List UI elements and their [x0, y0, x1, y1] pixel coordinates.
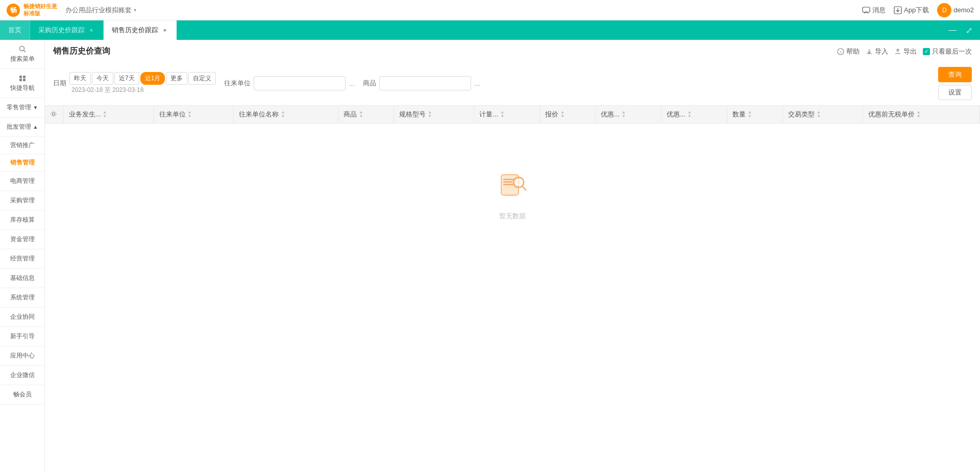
page-actions: ? 帮助 导入 导出 ✓ 只看最后一次 [837, 47, 972, 56]
th-gear[interactable] [45, 106, 63, 124]
header-left: 畅 畅捷销好生意 标准版 办公用品行业模拟账套 ▾ [6, 3, 140, 17]
date-filter-label: 日期 [53, 79, 66, 88]
goods-input[interactable] [379, 76, 471, 90]
date-btn-yesterday[interactable]: 昨天 [69, 72, 91, 85]
date-range-display: 2023-02-18 至 2023-03-18 [71, 86, 216, 95]
empty-state: 暂无数据 [45, 124, 980, 262]
th-goods[interactable]: 商品 ▲▼ [338, 106, 394, 124]
sort-arrows-partner: ▲▼ [188, 110, 192, 119]
search-icon [18, 45, 27, 53]
sidebar-basic-label: 基础信息 [10, 274, 35, 282]
th-discount1[interactable]: 优惠... ▲▼ [596, 106, 662, 124]
user-profile[interactable]: D demo2 [937, 3, 974, 17]
sidebar-item-system[interactable]: 系统管理 [0, 288, 44, 308]
partner-dots[interactable]: ... [349, 79, 355, 87]
sidebar-item-retail[interactable]: 零售管理 ▼ [0, 98, 44, 117]
sidebar-item-finance[interactable]: 资金管理 [0, 230, 44, 249]
svg-rect-9 [23, 79, 26, 81]
sidebar-item-marketing[interactable]: 营销推广 [0, 137, 44, 154]
sidebar-item-collab[interactable]: 企业协同 [0, 308, 44, 327]
export-button[interactable]: 导出 [894, 47, 917, 56]
sidebar-item-basic-info[interactable]: 基础信息 [0, 269, 44, 288]
tab-home[interactable]: 首页 [0, 20, 30, 40]
import-button[interactable]: 导入 [866, 47, 888, 56]
date-btn-1month[interactable]: 近1月 [140, 72, 165, 85]
date-btn-more[interactable]: 更多 [166, 72, 187, 85]
sort-arrows-goods: ▲▼ [359, 110, 363, 119]
th-quantity-label: 数量 [732, 110, 746, 119]
th-quote[interactable]: 报价 ▲▼ [540, 106, 596, 124]
sidebar-item-search-menu[interactable]: 搜索菜单 [0, 40, 44, 69]
th-partner[interactable]: 往来单位 ▲▼ [154, 106, 234, 124]
table-area: 业务发生... ▲▼ 往来单位 ▲▼ 往来单位名 [45, 106, 980, 472]
date-btn-today[interactable]: 今天 [92, 72, 113, 85]
tab-purchase-close[interactable]: × [88, 27, 95, 34]
sidebar-item-wechat[interactable]: 企业微信 [0, 366, 44, 385]
tab-purchase[interactable]: 采购历史价跟踪 × [30, 20, 104, 40]
th-discount1-label: 优惠... [601, 110, 620, 119]
sidebar-item-operation[interactable]: 经营管理 [0, 249, 44, 269]
th-partner-name[interactable]: 往来单位名称 ▲▼ [234, 106, 338, 124]
export-icon [894, 48, 901, 55]
help-button[interactable]: ? 帮助 [837, 47, 860, 56]
sidebar-item-newbie[interactable]: 新手引导 [0, 327, 44, 346]
th-spec[interactable]: 规格型号 ▲▼ [394, 106, 474, 124]
th-discount2[interactable]: 优惠... ▲▼ [662, 106, 727, 124]
app-selector[interactable]: 办公用品行业模拟账套 ▾ [61, 4, 140, 17]
tab-actions: — ⤢ [945, 23, 980, 37]
tab-sales[interactable]: 销售历史价跟踪 × [104, 20, 177, 40]
download-icon [894, 6, 902, 14]
tab-sales-close[interactable]: × [161, 27, 168, 34]
th-quantity[interactable]: 数量 ▲▼ [727, 106, 783, 124]
page-title: 销售历史价查询 [53, 46, 110, 57]
th-biz-date[interactable]: 业务发生... ▲▼ [63, 106, 154, 124]
th-trade-type[interactable]: 交易类型 ▲▼ [782, 106, 863, 124]
tab-maximize-button[interactable]: ⤢ [962, 23, 976, 37]
goods-filter-group: 商品 ... [363, 76, 480, 90]
svg-text:?: ? [840, 50, 842, 54]
page-title-row: 销售历史价查询 ? 帮助 导入 导出 ✓ [53, 46, 972, 57]
sidebar-item-wholesale[interactable]: 批发管理 ▲ [0, 117, 44, 137]
empty-state-text: 暂无数据 [499, 211, 526, 221]
goods-filter-label: 商品 [363, 79, 376, 88]
sidebar-item-quick-nav[interactable]: 快捷导航 [0, 69, 44, 98]
sort-arrows-spec: ▲▼ [428, 110, 432, 119]
top-header: 畅 畅捷销好生意 标准版 办公用品行业模拟账套 ▾ 消息 App下载 D dem… [0, 0, 980, 20]
sidebar-item-ecommerce[interactable]: 电商管理 [0, 172, 44, 191]
sidebar-newbie-label: 新手引导 [10, 332, 35, 341]
sort-arrows-partner-name: ▲▼ [281, 110, 285, 119]
sidebar-item-inventory[interactable]: 库存核算 [0, 210, 44, 230]
sidebar-item-membership[interactable]: 畅会员 [0, 385, 44, 405]
th-quote-label: 报价 [545, 110, 558, 119]
sidebar-item-sales-mgmt[interactable]: 销售管理 [0, 154, 44, 172]
retail-arrow-icon: ▼ [33, 105, 38, 110]
logo-icon: 畅 [6, 3, 20, 17]
th-pre-discount[interactable]: 优惠前无税单价 ▲▼ [863, 106, 979, 124]
tab-sales-label: 销售历史价跟踪 [112, 26, 158, 35]
help-icon: ? [837, 48, 844, 55]
goods-dots[interactable]: ... [474, 79, 480, 87]
sort-arrows-biz: ▲▼ [103, 110, 107, 119]
date-btn-7days[interactable]: 近7天 [114, 72, 139, 85]
export-label: 导出 [903, 47, 917, 56]
query-button[interactable]: 查询 [938, 67, 972, 82]
only-last-checkbox[interactable]: ✓ 只看最后一次 [923, 47, 972, 56]
svg-point-4 [19, 46, 24, 51]
sidebar-item-app-center[interactable]: 应用中心 [0, 346, 44, 366]
message-button[interactable]: 消息 [862, 6, 886, 15]
message-icon [862, 6, 870, 14]
tab-minimize-button[interactable]: — [945, 23, 960, 37]
partner-input[interactable] [254, 76, 346, 90]
partner-filter-group: 往来单位 ... [224, 76, 355, 90]
svg-text:畅: 畅 [10, 6, 17, 14]
th-biz-date-label: 业务发生... [69, 110, 101, 119]
main-layout: 搜索菜单 快捷导航 零售管理 ▼ 批发管理 ▲ 营销推广 销售管理 电商管理 采… [0, 40, 980, 472]
settings-button[interactable]: 设置 [938, 85, 972, 100]
tab-home-label: 首页 [8, 26, 21, 35]
th-unit[interactable]: 计量... ▲▼ [474, 106, 540, 124]
app-download-button[interactable]: App下载 [894, 6, 929, 15]
date-btn-custom[interactable]: 自定义 [188, 72, 216, 85]
page-header: 销售历史价查询 ? 帮助 导入 导出 ✓ [45, 40, 980, 106]
sidebar-item-purchase[interactable]: 采购管理 [0, 191, 44, 210]
sidebar-finance-label: 资金管理 [10, 235, 35, 244]
